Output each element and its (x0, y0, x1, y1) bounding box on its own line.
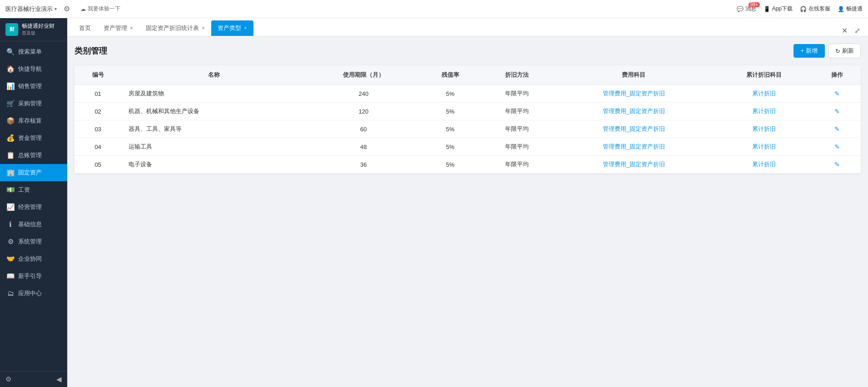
online-service-button[interactable]: 🎧 在线客服 (800, 5, 830, 13)
sidebar-item-label: 工资 (18, 186, 30, 194)
sidebar-item-operations[interactable]: 📈 经营管理 (0, 198, 67, 216)
cell-accum-subject: 累计折旧 (714, 103, 814, 120)
sidebar-item-capital[interactable]: 💰 资金管理 (0, 129, 67, 147)
edit-icon[interactable]: ✎ (834, 161, 840, 168)
sidebar: 财 畅捷通好业财 普及版 🔍 搜索菜单 🏠 快捷导航 📊 销售管理 🛒 (0, 18, 67, 387)
sidebar-item-label: 系统管理 (18, 238, 42, 246)
cell-name: 机器、机械和其他生产设备 (121, 103, 307, 120)
cell-action[interactable]: ✎ (814, 120, 861, 138)
sidebar-item-inventory[interactable]: 📦 库存核算 (0, 112, 67, 129)
page-title: 类别管理 (74, 45, 107, 56)
user-menu-button[interactable]: 👤 畅捷通 (838, 5, 863, 13)
cell-period: 36 (307, 156, 420, 174)
tab-depreciation-table[interactable]: 固定资产折旧统计表 × (139, 20, 211, 36)
cell-period: 240 (307, 85, 420, 103)
table-row: 03 器具、工具、家具等 60 5% 年限平均 管理费用_固定资产折旧 累计折旧… (74, 120, 861, 138)
sidebar-item-ledger[interactable]: 📋 总账管理 (0, 147, 67, 164)
sidebar-item-salary[interactable]: 💵 工资 (0, 181, 67, 198)
cell-code: 05 (74, 156, 121, 174)
cell-name: 电子设备 (121, 156, 307, 174)
cell-period: 120 (307, 103, 420, 120)
content-area: 首页 资产管理 × 固定资产折旧统计表 × 资产类型 × ✕ ⤢ 类别管理 (67, 18, 868, 387)
data-table: 编号 名称 使用期限（月） 残值率 折旧方法 费用科目 累计折旧科目 操作 01… (74, 65, 861, 174)
cell-expense-subject: 管理费用_固定资产折旧 (554, 138, 714, 156)
logo-text-abbr: 财 (10, 26, 15, 33)
purchase-icon: 🛒 (6, 99, 15, 108)
tab-asset-mgmt[interactable]: 资产管理 × (97, 20, 139, 36)
main-layout: 财 畅捷通好业财 普及版 🔍 搜索菜单 🏠 快捷导航 📊 销售管理 🛒 (0, 18, 868, 387)
app-download-label: App下载 (772, 5, 793, 13)
message-button[interactable]: 💬 消息 99 (737, 5, 756, 13)
cell-action[interactable]: ✎ (814, 103, 861, 120)
cell-residual: 5% (420, 103, 480, 120)
cell-residual: 5% (420, 120, 480, 138)
add-button[interactable]: + 新增 (794, 44, 825, 58)
tab-close-all-button[interactable]: ✕ (839, 25, 850, 36)
edit-icon[interactable]: ✎ (834, 125, 840, 133)
edit-icon[interactable]: ✎ (834, 108, 840, 115)
sidebar-item-app-center[interactable]: 🗂 应用中心 (0, 285, 67, 302)
edit-icon[interactable]: ✎ (834, 143, 840, 150)
sidebar-item-label: 固定资产 (18, 169, 42, 177)
app-download-button[interactable]: 📱 App下载 (764, 5, 793, 13)
experience-button[interactable]: ☁ 我要体验一下 (77, 3, 124, 15)
cell-period: 48 (307, 138, 420, 156)
company-name: 医疗器械行业演示 (5, 5, 53, 13)
sidebar-item-label: 经营管理 (18, 203, 42, 211)
operations-icon: 📈 (6, 203, 15, 211)
sidebar-item-guide[interactable]: 📖 新手引导 (0, 268, 67, 285)
cell-code: 03 (74, 120, 121, 138)
edit-icon[interactable]: ✎ (834, 90, 840, 97)
sidebar-item-label: 销售管理 (18, 82, 42, 90)
chevron-down-icon: ▾ (55, 6, 57, 11)
sidebar-item-fixed-assets[interactable]: 🏢 固定资产 (0, 164, 67, 181)
tab-asset-type[interactable]: 资产类型 × (211, 20, 253, 36)
tab-close-icon[interactable]: × (202, 25, 205, 31)
sidebar-item-sales[interactable]: 📊 销售管理 (0, 78, 67, 95)
col-accum-subject: 累计折旧科目 (714, 65, 814, 85)
page-header: 类别管理 + 新增 ↻ 刷新 (74, 44, 861, 58)
cell-expense-subject: 管理费用_固定资产折旧 (554, 156, 714, 174)
cell-method: 年限平均 (480, 103, 554, 120)
sidebar-item-purchase[interactable]: 🛒 采购管理 (0, 95, 67, 112)
ledger-icon: 📋 (6, 151, 15, 159)
cell-action[interactable]: ✎ (814, 156, 861, 174)
cell-residual: 5% (420, 85, 480, 103)
cell-method: 年限平均 (480, 156, 554, 174)
cell-residual: 5% (420, 138, 480, 156)
settings-button[interactable]: ⚙ (60, 3, 73, 15)
sidebar-item-quick-nav[interactable]: 🏠 快捷导航 (0, 60, 67, 78)
sidebar-nav: 🔍 搜索菜单 🏠 快捷导航 📊 销售管理 🛒 采购管理 📦 库存核算 💰 (0, 41, 67, 371)
sidebar-item-base-info[interactable]: ℹ 基础信息 (0, 216, 67, 233)
fixed-assets-icon: 🏢 (6, 169, 15, 177)
sidebar-item-system[interactable]: ⚙ 系统管理 (0, 233, 67, 250)
system-icon: ⚙ (6, 238, 15, 246)
cloud-icon: ☁ (80, 6, 86, 12)
collapse-icon[interactable]: ◀ (56, 375, 62, 383)
cell-action[interactable]: ✎ (814, 138, 861, 156)
cell-accum-subject: 累计折旧 (714, 120, 814, 138)
cell-period: 60 (307, 120, 420, 138)
username-label: 畅捷通 (846, 5, 863, 13)
sidebar-item-cooperation[interactable]: 🤝 企业协同 (0, 250, 67, 268)
company-selector[interactable]: 医疗器械行业演示 ▾ (5, 5, 57, 13)
refresh-button[interactable]: ↻ 刷新 (828, 44, 861, 58)
sidebar-item-label: 快捷导航 (18, 65, 42, 73)
sales-icon: 📊 (6, 82, 15, 90)
cell-code: 04 (74, 138, 121, 156)
tab-expand-button[interactable]: ⤢ (852, 25, 863, 36)
tab-home[interactable]: 首页 (73, 20, 97, 36)
cooperation-icon: 🤝 (6, 255, 15, 263)
tab-close-icon[interactable]: × (244, 25, 247, 31)
tab-close-icon[interactable]: × (130, 25, 133, 31)
page-actions: + 新增 ↻ 刷新 (794, 44, 861, 58)
settings-footer-icon[interactable]: ⚙ (5, 375, 11, 383)
sidebar-item-label: 采购管理 (18, 99, 42, 108)
cell-residual: 5% (420, 156, 480, 174)
col-method: 折旧方法 (480, 65, 554, 85)
col-action: 操作 (814, 65, 861, 85)
sidebar-item-search[interactable]: 🔍 搜索菜单 (0, 43, 67, 60)
sidebar-item-label: 总账管理 (18, 151, 42, 159)
cell-accum-subject: 累计折旧 (714, 156, 814, 174)
cell-action[interactable]: ✎ (814, 85, 861, 103)
